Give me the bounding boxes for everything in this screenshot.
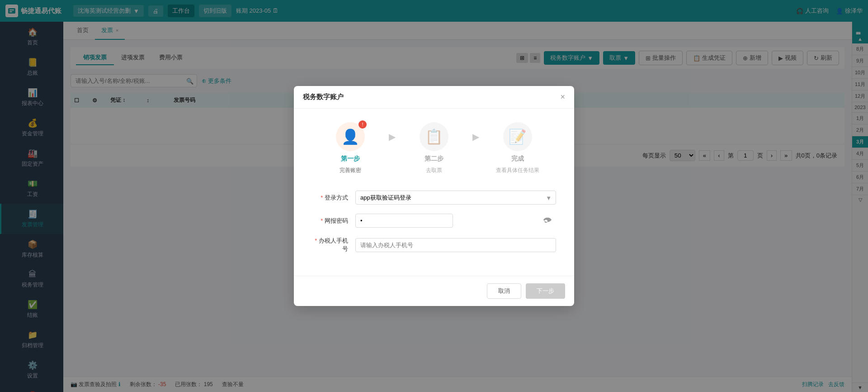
password-input-wrap [355, 214, 556, 228]
login-method-label: * 登录方式 [312, 194, 348, 202]
step-3: 📝 完成 查看具体任务结果 [479, 122, 556, 174]
password-label: * 网报密码 [312, 217, 348, 225]
step3-label: 完成 [511, 155, 524, 163]
step-1: 👤 ! 第一步 完善账密 [312, 122, 389, 174]
steps: 👤 ! 第一步 完善账密 ▶ 📋 第二步 去取票 ▶ [312, 122, 556, 174]
modal-close-btn[interactable]: × [560, 92, 565, 102]
login-method-select[interactable]: app获取验证码登录 密码登录 [355, 191, 556, 205]
modal-body: 👤 ! 第一步 完善账密 ▶ 📋 第二步 去取票 ▶ [294, 109, 574, 276]
step1-label: 第一步 [341, 155, 360, 163]
required-star-3: * [315, 237, 317, 244]
phone-label: * 办税人手机号 [312, 237, 348, 253]
step-arrow-1: ▶ [389, 131, 396, 142]
step-arrow-2: ▶ [472, 131, 479, 142]
step2-sublabel: 去取票 [426, 167, 442, 174]
form-row-password: * 网报密码 [312, 214, 556, 228]
form-row-login-method: * 登录方式 app获取验证码登录 密码登录 ▼ [312, 191, 556, 205]
required-star-1: * [321, 194, 323, 201]
cancel-button[interactable]: 取消 [487, 283, 521, 299]
step1-badge: ! [359, 120, 367, 129]
step1-sublabel: 完善账密 [340, 167, 361, 174]
phone-input[interactable] [355, 238, 556, 252]
modal-form: * 登录方式 app获取验证码登录 密码登录 ▼ * [312, 191, 556, 253]
password-toggle-icon[interactable] [543, 217, 552, 224]
step2-label: 第二步 [425, 155, 443, 163]
password-input[interactable] [355, 214, 453, 228]
required-star-2: * [321, 217, 323, 224]
step2-icon: 📋 [420, 122, 448, 151]
modal-title: 税务数字账户 [303, 93, 344, 101]
step3-sublabel: 查看具体任务结果 [496, 167, 539, 174]
step3-icon: 📝 [503, 122, 532, 151]
tax-digital-modal: 税务数字账户 × 👤 ! 第一步 完善账密 ▶ [294, 86, 574, 306]
next-button[interactable]: 下一步 [526, 283, 565, 299]
modal-footer: 取消 下一步 [294, 276, 574, 306]
modal-overlay[interactable]: 税务数字账户 × 👤 ! 第一步 完善账密 ▶ [0, 0, 868, 392]
step1-icon: 👤 ! [336, 122, 365, 151]
step-2: 📋 第二步 去取票 [396, 122, 472, 174]
modal-header: 税务数字账户 × [294, 86, 574, 109]
login-method-select-wrap: app获取验证码登录 密码登录 ▼ [355, 191, 556, 205]
form-row-phone: * 办税人手机号 [312, 237, 556, 253]
